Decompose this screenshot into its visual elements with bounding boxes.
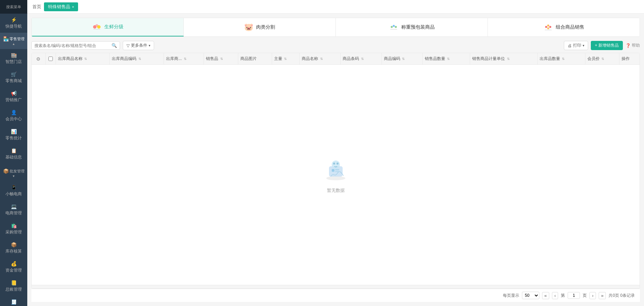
total-records: 共0页 0条记录	[609, 293, 635, 299]
sidebar-item-retail-stats[interactable]: 📊 零售统计	[0, 125, 27, 144]
sidebar-item-retail-mall[interactable]: 🛒 零售商城	[0, 68, 27, 87]
smart-store-icon: 🏬	[11, 52, 17, 58]
svg-point-9	[547, 25, 549, 27]
th-out-qty[interactable]: 出库品数量 ⇅	[538, 53, 585, 65]
search-input[interactable]	[34, 43, 110, 48]
cat-tab-weighing-prepack[interactable]: 称重预包装商品	[336, 18, 488, 36]
svg-point-11	[547, 27, 549, 29]
sidebar-item-wholesale-mgmt[interactable]: 📦 批发管理 ▼	[0, 165, 27, 181]
sort-arrows-out-name: ⇅	[84, 57, 87, 61]
filter-dropdown-icon: ▾	[149, 44, 150, 47]
sidebar-item-smart-store[interactable]: 🏬 智慧门店	[0, 49, 27, 68]
retail-mgmt-arrow: ▲	[12, 42, 15, 46]
th-action: 操作	[619, 53, 640, 65]
sidebar-item-marketing[interactable]: 📢 营销推广	[0, 87, 27, 106]
sort-arrows-product-code: ⇅	[402, 57, 405, 61]
print-label: 打印	[573, 43, 581, 48]
search-icon[interactable]: 🔍	[111, 43, 117, 48]
horizontal-scrollbar[interactable]	[32, 285, 640, 288]
sidebar-item-general-ledger[interactable]: 📒 总账管理	[0, 277, 27, 296]
svg-point-8	[545, 26, 547, 28]
th-product-name[interactable]: 商品名称 ⇅	[300, 53, 341, 65]
th-sale-item[interactable]: 销售品 ⇅	[204, 53, 238, 65]
print-button[interactable]: 🖨 打印 ▾	[564, 41, 588, 50]
th-member-price[interactable]: 会员价 ⇅	[585, 53, 619, 65]
inventory-icon: 📦	[11, 242, 17, 247]
th-product-code[interactable]: 商品编码 ⇅	[381, 53, 422, 65]
close-tab-button[interactable]: ×	[72, 5, 74, 9]
select-all-checkbox[interactable]	[48, 57, 53, 61]
svg-point-4	[391, 26, 393, 28]
first-page-button[interactable]: «	[542, 292, 549, 299]
prev-page-button[interactable]: ‹	[552, 292, 558, 299]
wholesale-mgmt-icon: 📦	[3, 168, 9, 174]
fresh-grade-icon	[92, 23, 102, 31]
printer-icon: 🖨	[568, 43, 572, 48]
th-sale-qty[interactable]: 销售品数量 ⇅	[422, 53, 470, 65]
sidebar-item-quick-nav[interactable]: ⚡ 快捷导航	[0, 14, 27, 33]
filter-icon: ▽	[126, 43, 130, 48]
basic-info-icon: 📋	[11, 148, 17, 153]
page-suffix: 页	[583, 293, 587, 299]
th-out-spec[interactable]: 出库商... ⇅	[164, 53, 204, 65]
quick-nav-icon: ⚡	[11, 17, 17, 22]
breadcrumb-home[interactable]: 首页	[32, 4, 41, 10]
next-page-button[interactable]: ›	[589, 292, 596, 299]
retail-mgmt-icon: 🏪	[3, 36, 9, 42]
help-button[interactable]: ❓ 帮助	[626, 43, 640, 48]
sidebar-item-purchase-mgmt[interactable]: 🛍️ 采购管理	[0, 219, 27, 239]
sort-arrows-out-code: ⇅	[138, 57, 141, 61]
th-barcode[interactable]: 商品条码 ⇅	[341, 53, 381, 65]
table-header-row: ⚙ 出库商品名称 ⇅ 出库商品编码 ⇅	[32, 53, 640, 65]
svg-rect-18	[332, 169, 334, 172]
sidebar: 搜索菜单 ⚡ 快捷导航 🏪 零售管理 ▲ 🏬 智慧门店 🛒 零售商城 📢 营销推…	[0, 0, 27, 306]
data-table: ⚙ 出库商品名称 ⇅ 出库商品编码 ⇅	[32, 53, 640, 65]
last-page-button[interactable]: »	[599, 292, 606, 299]
sidebar-item-inventory[interactable]: 📦 库存核算	[0, 239, 27, 258]
th-sale-unit[interactable]: 销售商品计量单位 ⇅	[470, 53, 538, 65]
th-checkbox[interactable]	[45, 53, 56, 65]
filter-button[interactable]: ▽ 更多条件 ▾	[123, 41, 154, 50]
sidebar-item-finance[interactable]: 💰 资金管理	[0, 258, 27, 277]
svg-point-10	[549, 26, 551, 28]
sort-arrows-sale-unit: ⇅	[507, 57, 510, 61]
sidebar-item-invoice-mgmt[interactable]: 🧾 发票管理	[0, 296, 27, 306]
search-box[interactable]: 🔍	[31, 41, 120, 50]
cat-tab-combo-sales[interactable]: 组合商品销售	[488, 18, 640, 36]
svg-point-17	[336, 163, 339, 165]
sort-arrows-sale-qty: ⇅	[447, 57, 450, 61]
th-settings[interactable]: ⚙	[32, 53, 45, 65]
cat-tab-weighing-prepack-label: 称重预包装商品	[401, 24, 435, 30]
sidebar-item-members[interactable]: 👤 会员中心	[0, 106, 27, 125]
th-out-code[interactable]: 出库商品编码 ⇅	[110, 53, 164, 65]
combo-sales-icon	[543, 24, 553, 31]
th-main-unit[interactable]: 主量 ⇅	[272, 53, 299, 65]
sidebar-item-mini-program[interactable]: 📱 小畅电商	[0, 181, 27, 200]
toolbar: 🔍 ▽ 更多条件 ▾ 🖨 打印 ▾ + 新增销售品 ❓	[31, 41, 640, 50]
sort-arrows-out-qty: ⇅	[562, 57, 565, 61]
cat-tab-fresh-grade-label: 生鲜分级	[104, 24, 123, 30]
column-settings-icon[interactable]: ⚙	[36, 56, 41, 62]
page-label: 第	[561, 293, 565, 299]
wholesale-arrow: ▼	[12, 174, 15, 178]
svg-point-6	[395, 26, 397, 28]
new-sale-item-button[interactable]: + 新增销售品	[591, 41, 623, 50]
sidebar-item-retail-mgmt[interactable]: 🏪 零售管理 ▲	[0, 33, 27, 49]
per-page-select[interactable]: 50 10 20 100	[522, 292, 539, 299]
sidebar-item-ecommerce-mgmt[interactable]: 💻 电商管理	[0, 200, 27, 219]
sort-arrows-product-name: ⇅	[320, 57, 323, 61]
page-input[interactable]	[568, 292, 580, 299]
svg-point-15	[332, 160, 340, 169]
cat-tab-fresh-grade[interactable]: 生鲜分级	[32, 18, 184, 36]
active-tab[interactable]: 特殊销售品 ×	[44, 2, 78, 11]
cat-tab-meat-cut[interactable]: 🐷 肉类分割	[184, 18, 336, 36]
th-image[interactable]: 商品图片	[238, 53, 272, 65]
sort-arrows-member-price: ⇅	[601, 57, 604, 61]
sidebar-item-basic-info[interactable]: 📋 基础信息	[0, 144, 27, 164]
category-tabs: 生鲜分级 🐷 肉类分割 称重预包装商品	[31, 18, 640, 37]
th-out-name[interactable]: 出库商品名称 ⇅	[56, 53, 110, 65]
per-page-label: 每页显示	[503, 293, 519, 299]
svg-point-5	[393, 25, 395, 27]
svg-point-13	[326, 176, 345, 180]
active-tab-label: 特殊销售品	[48, 4, 70, 10]
